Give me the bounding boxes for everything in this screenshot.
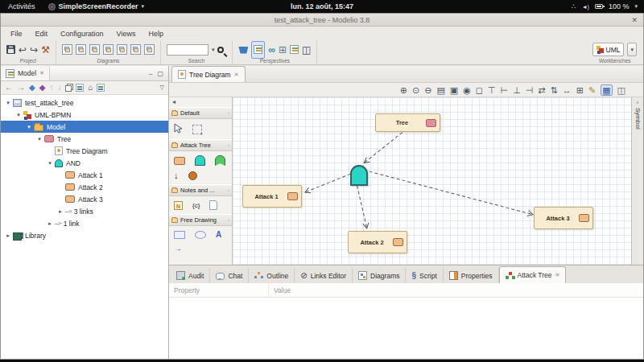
- model-tab[interactable]: Model ✕: [1, 66, 50, 80]
- node-attack-1[interactable]: Attack 1: [242, 185, 302, 208]
- line-tool-icon[interactable]: →: [174, 244, 182, 253]
- panel-view-menu-icon[interactable]: ▽: [160, 84, 164, 92]
- tree-item-tree[interactable]: ▾ Tree: [1, 133, 168, 145]
- expander-icon[interactable]: ▾: [35, 136, 43, 142]
- volume-icon[interactable]: ◄): [582, 4, 589, 10]
- perspective-bucket-icon[interactable]: [238, 46, 248, 54]
- pin-icon[interactable]: ◦: [228, 187, 229, 193]
- pin-icon[interactable]: ◦: [228, 142, 229, 148]
- rectangle-tool-icon[interactable]: [174, 231, 185, 239]
- column-property[interactable]: Property: [169, 283, 269, 297]
- tab-script[interactable]: § Script: [406, 268, 443, 283]
- nav-back-button[interactable]: ←: [5, 84, 13, 92]
- expander-icon[interactable]: ▾: [25, 124, 33, 130]
- diagram-canvas[interactable]: Tree Attack 1 Attack 2: [233, 97, 631, 265]
- expander-icon[interactable]: ▾: [46, 160, 54, 167]
- hierarchy-perspective-icon[interactable]: [290, 45, 299, 54]
- tab-diagrams[interactable]: Diagrams: [353, 268, 406, 283]
- distribute-horizontal-icon[interactable]: ⇄: [538, 85, 545, 95]
- recorder-menu[interactable]: SimpleScreenRecorder ▾: [48, 2, 145, 10]
- node-tree[interactable]: Tree: [375, 113, 440, 132]
- tab-links-editor[interactable]: ⊘ Links Editor: [295, 268, 353, 283]
- system-menu-caret-icon[interactable]: ▾: [634, 3, 638, 10]
- tree-item-model[interactable]: ▾ Model: [1, 121, 168, 133]
- fit-to-grid-icon[interactable]: ⊞: [576, 85, 584, 95]
- tree-item-library[interactable]: ▸ Library: [1, 229, 168, 241]
- pin-icon[interactable]: ◦: [228, 110, 229, 116]
- document-tool-icon[interactable]: [209, 200, 217, 210]
- tree-item-1-link[interactable]: ▸ ---> 1 link: [1, 217, 168, 229]
- model-tab-close-icon[interactable]: ✕: [39, 70, 44, 76]
- undo-icon[interactable]: ↩: [19, 44, 27, 56]
- expander-icon[interactable]: ▸: [56, 208, 64, 215]
- expander-icon[interactable]: ▸: [46, 220, 54, 227]
- workbench-dropdown[interactable]: ▾: [627, 43, 637, 56]
- node-tool-icon[interactable]: [188, 171, 197, 180]
- select-tool-icon[interactable]: [174, 123, 183, 135]
- tab-chat[interactable]: Chat: [210, 268, 249, 283]
- activity-diagram-icon[interactable]: [117, 44, 127, 55]
- tree-item-uml-bpmn[interactable]: ▾ UML-BPMN: [1, 109, 168, 121]
- tab-outline[interactable]: Outline: [249, 268, 295, 283]
- attack-tool-icon[interactable]: [174, 157, 185, 165]
- same-size-icon[interactable]: ↔: [563, 85, 572, 95]
- palette-section-free-drawing[interactable]: Free Drawing ◦: [169, 214, 232, 226]
- diagram-overview-icon[interactable]: ◫: [617, 85, 625, 95]
- link-tool-icon[interactable]: ↓: [174, 171, 179, 180]
- tree-item-3-links[interactable]: ▸ ---> 3 links: [1, 205, 168, 217]
- palette-section-notes[interactable]: Notes and ... ◦: [169, 184, 232, 196]
- title-bar[interactable]: test_attack_tree - Modelio 3.8 ✕: [1, 14, 643, 27]
- expander-icon[interactable]: ▸: [4, 232, 12, 239]
- state-diagram-icon[interactable]: [130, 44, 141, 55]
- save-diagram-icon[interactable]: ▣: [450, 85, 458, 95]
- diagram-tab-close-icon[interactable]: ✕: [234, 72, 239, 78]
- battery-icon[interactable]: [595, 4, 603, 9]
- save-icon[interactable]: [6, 45, 15, 54]
- tab-close-icon[interactable]: ✕: [555, 272, 560, 278]
- expander-icon[interactable]: ▾: [14, 112, 23, 118]
- window-perspective-icon[interactable]: ◫: [302, 44, 311, 56]
- align-bottom-icon[interactable]: ⊥: [513, 85, 521, 95]
- search-input[interactable]: [167, 44, 208, 56]
- next-selection-button[interactable]: ◆: [39, 84, 46, 92]
- tab-attack-tree[interactable]: Attack Tree ✕: [499, 266, 567, 283]
- column-value[interactable]: Value: [269, 286, 291, 294]
- constraint-tool-icon[interactable]: {c}: [192, 202, 200, 209]
- zoom-in-icon[interactable]: ⊕: [400, 85, 407, 95]
- tree-item-project[interactable]: ▾ test_attack_tree: [1, 97, 168, 109]
- toggle-grid-icon[interactable]: ▦: [601, 84, 612, 96]
- sequence-diagram-icon[interactable]: [89, 44, 100, 55]
- note-tool-icon[interactable]: N: [174, 201, 183, 210]
- search-icon[interactable]: [217, 47, 224, 53]
- marquee-tool-icon[interactable]: [192, 125, 202, 134]
- tree-item-and[interactable]: ▾ AND: [1, 157, 168, 169]
- tab-properties[interactable]: Properties: [444, 268, 499, 283]
- palette-section-attack-tree[interactable]: Attack Tree ◦: [169, 139, 232, 151]
- deployment-diagram-icon[interactable]: [103, 44, 114, 55]
- window-close-button[interactable]: ✕: [631, 14, 638, 27]
- zoom-selection-icon[interactable]: ◻: [476, 85, 483, 95]
- ellipse-tool-icon[interactable]: [195, 231, 206, 239]
- align-left-icon[interactable]: ⊢: [501, 85, 509, 95]
- workbench-selector[interactable]: UML: [592, 43, 625, 56]
- style-editor-icon[interactable]: ✎: [588, 85, 596, 95]
- tree-item-tree-diagram[interactable]: Tree Diagram: [1, 145, 168, 157]
- sync-tree-icon[interactable]: [97, 84, 105, 92]
- expander-icon[interactable]: ▾: [4, 100, 12, 106]
- links-perspective-icon[interactable]: ∞: [268, 44, 275, 56]
- tab-audit[interactable]: Audit: [171, 268, 210, 283]
- tree-item-attack-2[interactable]: Attack 2: [1, 181, 168, 193]
- search-history-caret-icon[interactable]: ▾: [212, 47, 215, 53]
- zoom-out-icon[interactable]: ⊖: [424, 85, 431, 95]
- tree-item-attack-3[interactable]: Attack 3: [1, 193, 168, 205]
- or-tool-icon[interactable]: [215, 155, 225, 166]
- palette-collapse-icon[interactable]: ◂: [169, 97, 232, 107]
- tree-item-attack-1[interactable]: Attack 1: [1, 169, 168, 181]
- network-icon[interactable]: ∴: [572, 2, 576, 10]
- menu-help[interactable]: Help: [142, 30, 170, 38]
- and-gate-shape[interactable]: [350, 165, 368, 186]
- align-top-icon[interactable]: ⊤: [488, 85, 496, 95]
- menu-views[interactable]: Views: [110, 30, 142, 38]
- nav-forward-button[interactable]: →: [17, 84, 25, 92]
- distribute-vertical-icon[interactable]: ⇅: [551, 85, 558, 95]
